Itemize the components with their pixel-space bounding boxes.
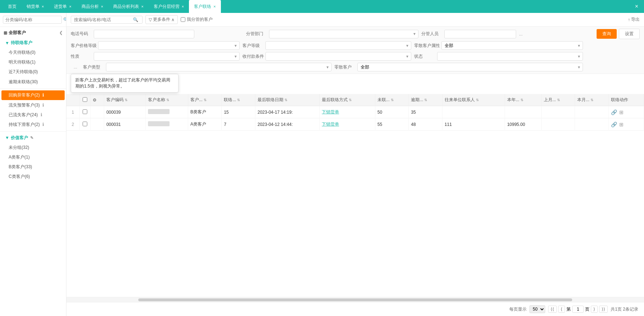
filter-right-area: ↑ 导出 (628, 16, 640, 23)
filter-status-label: 状态 (414, 53, 436, 60)
nav-customer-contact[interactable]: 客户联络 × (189, 0, 221, 13)
nav-home[interactable]: 首页 (3, 0, 22, 13)
manager-more-icon[interactable]: ... (519, 32, 523, 37)
filter-payment-select[interactable] (265, 52, 411, 61)
filter-phone-input[interactable] (94, 30, 194, 38)
th-unit-contact[interactable]: 往来单位联系人 ⇅ (442, 94, 505, 106)
link-action-icon-1[interactable]: 🔗 (611, 109, 617, 115)
sidebar-item-ungroup[interactable]: 未分组(32) (0, 143, 66, 152)
horizontal-scrollbar[interactable] (66, 297, 644, 302)
sort-icon-contact: ⇅ (237, 98, 240, 102)
query-button[interactable]: 查询 (597, 29, 617, 39)
th-last-month[interactable]: 上月... ⇅ (541, 94, 575, 106)
last-method-link-2[interactable]: 下销货单 (322, 122, 339, 127)
filter-nature-select[interactable] (94, 52, 240, 61)
nav-customer-ops[interactable]: 客户分层经营 × (149, 0, 189, 13)
value-group-edit-icon[interactable]: ✎ (30, 136, 33, 140)
row-action-2: 🔗 ⊞ (608, 118, 644, 131)
sort-icon-unit: ⇅ (476, 98, 479, 102)
close-purchase-icon[interactable]: × (69, 0, 71, 13)
sidebar-group-value[interactable]: ▼ 价值客户 ✎ (0, 133, 66, 143)
close-product-list-icon[interactable]: × (141, 0, 143, 13)
settings-button[interactable]: 设置 (619, 29, 640, 39)
close-customer-ops-icon[interactable]: × (182, 0, 184, 13)
filter-dept-select[interactable] (269, 30, 418, 38)
export-button[interactable]: ↑ 导出 (628, 16, 640, 23)
window-close-button[interactable]: × (632, 3, 641, 10)
th-uncontacted[interactable]: 未联... ⇅ (375, 94, 409, 106)
close-customer-contact-icon[interactable]: × (213, 0, 216, 13)
th-overdue[interactable]: 逾期... ⇅ (409, 94, 443, 106)
settings-icon-th[interactable]: ⚙ (93, 98, 97, 103)
row-code-2: 000031 (104, 118, 146, 131)
close-sales-icon[interactable]: × (42, 0, 44, 13)
nav-sales[interactable]: 销货单 × (22, 0, 49, 13)
search-input[interactable] (74, 17, 131, 22)
scrollbar-thumb[interactable] (138, 298, 572, 301)
close-product-analysis-icon[interactable]: × (101, 0, 103, 13)
sidebar-item-today[interactable]: 今天待联络(0) (0, 48, 66, 57)
filter-status-select[interactable] (437, 52, 583, 61)
sidebar-item-a-class[interactable]: A类客户(1) (0, 152, 66, 162)
filter-price-level-select[interactable] (98, 41, 240, 50)
filter-manager-input[interactable] (444, 30, 516, 38)
row-select-2[interactable] (83, 122, 87, 126)
th-last-contact-method[interactable]: 最后联络方式 ⇅ (320, 94, 375, 106)
sidebar-item-declining[interactable]: 持续下滑客户(2) ℹ (0, 120, 66, 129)
table-header-row: ⚙ 客户编码 ⇅ 客户名称 ⇅ (66, 94, 644, 106)
nav-product-list[interactable]: 商品分析列表 × (108, 0, 148, 13)
nav-purchase[interactable]: 进货单 × (49, 0, 76, 13)
prev-page-button[interactable]: ⟨ (558, 306, 565, 313)
filter-scatter-customer-select[interactable]: 全部 (357, 63, 583, 71)
filter-more-button[interactable]: ... (71, 65, 80, 70)
th-this-year[interactable]: 本年... ⇅ (505, 94, 541, 106)
sidebar-divider-1 (0, 88, 66, 89)
row-uncontacted-2: 55 (375, 118, 409, 131)
filter-status: 状态 ▼ (414, 52, 583, 61)
th-contact[interactable]: 联络... ⇅ (222, 94, 255, 106)
th-last-contact-date[interactable]: 最后联络日期 ⇅ (255, 94, 319, 106)
sidebar-item-churned[interactable]: 已流失客户(24) ℹ (0, 110, 66, 120)
row-contact-2: 7 (222, 118, 255, 131)
filter-customer-type-select[interactable] (106, 63, 332, 71)
sidebar-item-repurchase-abnormal[interactable]: 回购异常客户(2) ℹ (1, 90, 65, 100)
filter-status-wrapper: ▼ (437, 52, 583, 61)
filter-customer-type-label: 客户类型 (83, 64, 105, 70)
sidebar-search-icon[interactable]: 🔍 (63, 17, 66, 22)
sidebar-item-7days[interactable]: 近7天待联络(0) (0, 67, 66, 77)
th-type[interactable]: 客户... ⇅ (188, 94, 222, 106)
th-code[interactable]: 客户编码 ⇅ (104, 94, 146, 106)
grid-action-icon-1[interactable]: ⊞ (619, 109, 624, 115)
row-select-1[interactable] (83, 109, 87, 114)
sidebar-item-tomorrow[interactable]: 明天待联络(1) (0, 57, 66, 67)
first-page-button[interactable]: ⟨⟨ (548, 306, 557, 313)
filter-manager: 分管人员 ... (421, 30, 594, 38)
sidebar-collapse-icon[interactable]: ❮ (59, 30, 62, 35)
row-checkbox-1 (79, 106, 90, 118)
select-all-checkbox[interactable] (83, 97, 87, 102)
next-page-button[interactable]: ⟩ (591, 306, 598, 313)
filter-customer-level-select[interactable] (265, 41, 411, 50)
sidebar-item-c-class[interactable]: C类客户(6) (0, 172, 66, 181)
th-this-month[interactable]: 本月... ⇅ (575, 94, 609, 106)
sidebar-all-customers-header[interactable]: ⊞ 全部客户 ❮ (0, 27, 66, 38)
my-customers-checkbox[interactable] (181, 17, 185, 22)
grid-action-icon-2[interactable]: ⊞ (619, 122, 624, 127)
per-page-select[interactable]: 50 (529, 305, 545, 313)
last-page-button[interactable]: ⟩⟩ (599, 306, 608, 313)
sidebar-item-overdue[interactable]: 逾期未联络(30) (0, 77, 66, 87)
sidebar-item-b-class[interactable]: B类客户(33) (0, 162, 66, 172)
sidebar-search-input[interactable] (3, 16, 62, 24)
sidebar-group-pending[interactable]: ▼ 待联络客户 (0, 38, 66, 48)
table-area[interactable]: ⚙ 客户编码 ⇅ 客户名称 ⇅ (66, 94, 644, 297)
th-name[interactable]: 客户名称 ⇅ (146, 94, 188, 106)
more-conditions-button[interactable]: ▽ 更多条件 ∧ (145, 15, 178, 24)
nav-product-analysis[interactable]: 商品分析 × (77, 0, 108, 13)
link-action-icon-2[interactable]: 🔗 (611, 122, 617, 127)
tooltip-box: 距客户上次交易时长，超过了此客户的平均交易周期的1.5倍，则视为异常。 (71, 74, 179, 93)
sidebar-item-churn-warning[interactable]: 流失预警客户(3) ℹ (0, 100, 66, 110)
row-code-1: 000039 (104, 106, 146, 118)
filter-scatter-attr-select[interactable]: 全部 (441, 41, 583, 50)
last-method-link-1[interactable]: 下销货单 (322, 109, 339, 114)
current-page-input[interactable] (572, 306, 584, 313)
